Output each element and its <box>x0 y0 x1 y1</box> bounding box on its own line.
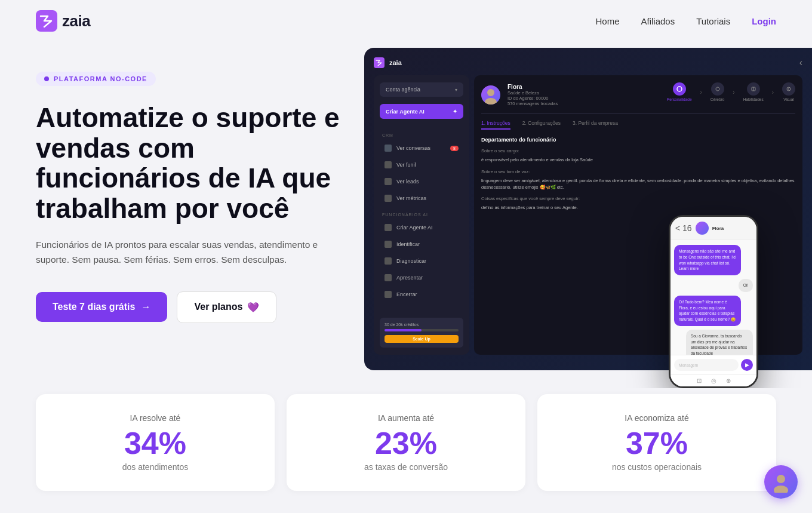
pnav-visual[interactable]: Visual <box>782 82 795 102</box>
menu-metricas[interactable]: Ver métricas <box>380 191 463 205</box>
stat-label-0: IA resolve até <box>130 413 181 423</box>
svg-point-3 <box>485 98 497 105</box>
nav-home[interactable]: Home <box>595 16 619 26</box>
msg-user-1: Oi! <box>739 279 753 292</box>
phone-send-button[interactable]: ▶ <box>741 359 753 371</box>
create-agent-label: Criar Agente AI <box>386 109 425 115</box>
stat-sublabel-1: as taxas de conversão <box>364 462 448 472</box>
phone-input-bar: Mensagem ▶ <box>670 355 756 374</box>
stat-label-2: IA economiza até <box>625 413 688 423</box>
phone-back-icon[interactable]: < 16 <box>675 223 692 233</box>
pnav-personalidade[interactable]: Personalidade <box>667 82 692 102</box>
personalidade-label: Personalidade <box>667 97 692 102</box>
pnav-sep3: › <box>772 89 774 96</box>
scale-up-button[interactable]: Scale Up <box>385 335 459 343</box>
dashboard-sidebar: Conta agência ▾ Criar Agente AI ✦ CRM Ve… <box>374 75 469 355</box>
msg-user-2: Sou a Giovanna. ta buscando um dias pra … <box>686 330 753 355</box>
menu-diagnosticar[interactable]: Diagnosticar <box>380 254 463 268</box>
ai-criar-label: Criar Agente AI <box>396 225 433 231</box>
menu-leads[interactable]: Ver leads <box>380 174 463 189</box>
credits-text: 30 de 20k créditos <box>385 322 459 327</box>
badge-label: PLATAFORMA NO-CODE <box>54 75 147 82</box>
msg-bot-2: Oi! Tudo bem? Meu nome é Flora, e eu est… <box>674 296 741 326</box>
create-agent-button[interactable]: Criar Agente AI ✦ <box>380 104 463 119</box>
stat-number-2: 37% <box>626 428 688 459</box>
svg-point-4 <box>677 87 682 91</box>
dropdown-chevron-icon: ▾ <box>455 87 457 93</box>
hero-subtitle: Funcionários de IA prontos para escalar … <box>36 238 322 268</box>
stat-number-1: 23% <box>375 428 437 459</box>
funil-label: Ver funil <box>396 162 416 168</box>
hero-left: PLATAFORMA NO-CODE Automatize o suporte … <box>36 54 382 323</box>
hero-right: zaia ‹ Conta agência ▾ Criar Agente AI ✦ <box>364 48 776 382</box>
cta-primary-button[interactable]: Teste 7 dias grátis → <box>36 292 167 322</box>
content-text-tom: linguagem deve ser amigável, atenciosa e… <box>481 177 795 191</box>
account-dropdown[interactable]: Conta agência ▾ <box>380 82 463 97</box>
menu-apresentar[interactable]: Apresentar <box>380 271 463 285</box>
pnav-cerebro[interactable]: Cérebro <box>710 82 724 102</box>
leads-label: Ver leads <box>396 179 419 185</box>
stat-card-0: IA resolve até 34% dos atendimentos <box>36 394 275 491</box>
menu-encerrar[interactable]: Encerrar <box>380 287 463 302</box>
menu-identificar[interactable]: Identificar <box>380 237 463 251</box>
msg-bot-1: Mensagens não são afei me and to be One … <box>674 245 741 275</box>
agent-id: ID do Agente: 00000 <box>508 96 660 101</box>
agent-avatar <box>481 85 500 105</box>
tab-perfil[interactable]: 3. Perfil da empresa <box>573 120 618 130</box>
dashboard-header: zaia ‹ <box>374 57 802 68</box>
content-label-tom: Sobre o seu tom de voz: <box>481 168 795 176</box>
hero-buttons: Teste 7 dias grátis → Ver planos 💜 <box>36 291 382 323</box>
metricas-label: Ver métricas <box>396 195 426 201</box>
svg-point-2 <box>487 89 494 96</box>
nav-affiliates[interactable]: Afiliados <box>641 16 675 26</box>
menu-ai-criar[interactable]: Criar Agente AI <box>380 220 463 235</box>
stat-card-1: IA aumenta até 23% as taxas de conversão <box>287 394 525 491</box>
chat-avatar-inner <box>764 465 798 499</box>
habilidades-label: Habilidades <box>743 97 764 102</box>
pnav-habilidades[interactable]: Habilidades <box>743 82 764 102</box>
stat-value-1: 23 <box>375 426 410 460</box>
phone-header: < 16 Flora <box>670 217 756 240</box>
phone-add-icon: ⊕ <box>726 377 731 384</box>
menu-conversas[interactable]: Ver conversas 8 <box>380 141 463 155</box>
habilidades-icon <box>747 82 760 96</box>
stat-suffix-1: % <box>410 426 437 460</box>
agent-name: Flora <box>508 84 660 90</box>
chat-avatar-bubble[interactable] <box>764 465 798 499</box>
leads-icon <box>385 178 392 185</box>
agent-type: Saúde e Beleza <box>508 90 660 96</box>
brand-name: zaia <box>62 12 90 30</box>
heart-icon: 💜 <box>247 302 259 313</box>
phone-home-icon: ⊡ <box>697 377 702 384</box>
personalidade-icon <box>673 82 686 96</box>
nav-tutorials[interactable]: Tutoriais <box>696 16 730 26</box>
nav-login[interactable]: Login <box>752 16 776 26</box>
stat-label-1: IA aumenta até <box>378 413 434 423</box>
agent-config-content: Departamento do funcionário Sobre o seu … <box>481 136 795 211</box>
badge-dot <box>44 76 49 81</box>
content-label-cargo: Sobre o seu cargo: <box>481 148 795 155</box>
phone-input-field[interactable]: Mensagem <box>674 359 739 371</box>
chat-avatar-image <box>770 471 792 493</box>
cta-secondary-button[interactable]: Ver planos 💜 <box>177 291 276 323</box>
db-brand-name: zaia <box>389 59 402 66</box>
phone-mic-icon: ◎ <box>711 377 716 384</box>
cerebro-icon <box>711 82 724 96</box>
visual-label: Visual <box>783 97 794 102</box>
tab-configuracoes[interactable]: 2. Configurações <box>522 120 561 130</box>
encerrar-icon <box>385 291 392 298</box>
svg-point-9 <box>777 475 785 483</box>
cerebro-label: Cérebro <box>710 97 724 102</box>
content-title: Departamento do funcionário <box>481 136 795 144</box>
agent-avatar-image <box>481 85 500 105</box>
nav-links: Home Afiliados Tutoriais Login <box>595 16 776 26</box>
conversas-icon <box>385 145 392 152</box>
stats-section: IA resolve até 34% dos atendimentos IA a… <box>0 394 812 513</box>
identificar-label: Identificar <box>396 241 420 247</box>
arrow-icon: → <box>141 302 150 312</box>
tab-instrucoes[interactable]: 1. Instruções <box>481 120 510 130</box>
logo[interactable]: zaia <box>36 10 90 32</box>
menu-funil[interactable]: Ver funil <box>380 158 463 172</box>
account-label: Conta agência <box>386 87 420 93</box>
hero-section: PLATAFORMA NO-CODE Automatize o suporte … <box>0 42 812 388</box>
